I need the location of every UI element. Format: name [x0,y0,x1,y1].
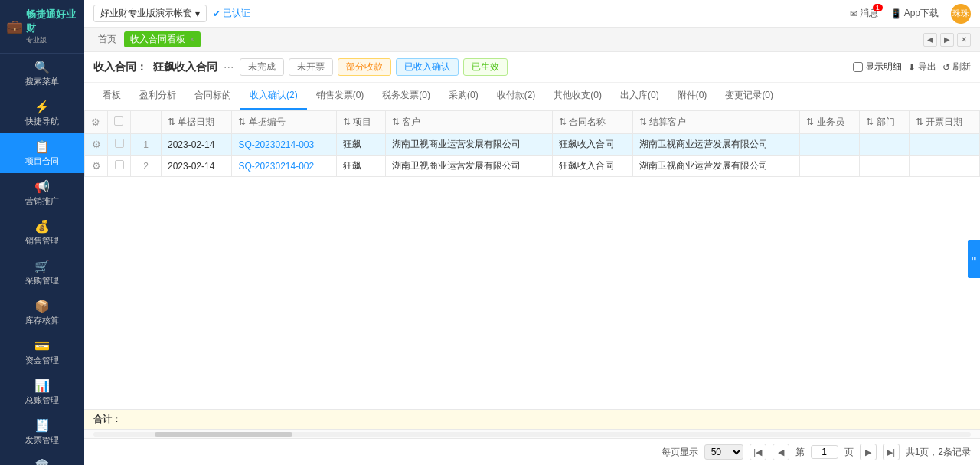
per-page-select[interactable]: 50 100 [704,444,743,460]
export-icon: ⬇ [908,62,916,73]
sidebar-item-8[interactable]: 📊 总账管理 [0,372,84,412]
sidebar-item-7[interactable]: 💳 资金管理 [0,332,84,372]
tab-label: 收入合同看板 [130,33,185,46]
check-icon: ✔ [213,8,220,19]
sub-tab-2[interactable]: 合同标的 [185,83,240,110]
sub-tab-8[interactable]: 其他收支(0) [544,83,611,110]
settings-icon[interactable]: ⚙ [91,116,100,128]
row-contract-1: 狂飙收入合同 [553,156,633,177]
next-page-button[interactable]: ▶ [860,444,877,460]
sub-tab-3[interactable]: 收入确认(2) [240,83,307,110]
th-dept[interactable]: ⇅ 部门 [860,111,909,134]
scrollbar-track [93,432,971,437]
sidebar-label-7: 资金管理 [25,355,59,366]
sub-tab-0[interactable]: 看板 [93,83,130,110]
sidebar-item-1[interactable]: ⚡ 快捷导航 [0,93,84,133]
next-window-button[interactable]: ▶ [940,33,954,47]
status-btn-4[interactable]: 已生效 [463,58,508,76]
data-table: ⚙ ⇅ 单据日期 ⇅ 单据编号 ⇅ 项目 ⇅ 客户 ⇅ 合同名称 ⇅ 结算客户 … [84,110,980,177]
status-btn-1[interactable]: 未开票 [289,58,333,76]
th-settings[interactable]: ⚙ [85,111,108,134]
export-button[interactable]: ⬇ 导出 [908,61,936,74]
more-button[interactable]: ··· [224,61,234,74]
row-docno-0[interactable]: SQ-20230214-003 [232,134,336,156]
message-button[interactable]: ✉ 1 消息 [850,7,878,20]
sub-tab-1[interactable]: 盈利分析 [130,83,185,110]
right-panel-icon[interactable]: ≡ [968,240,980,278]
scrollbar-area[interactable] [84,429,980,438]
row-settings-icon[interactable]: ⚙ [92,139,101,150]
table-footer: 合计： [84,409,980,429]
th-contract[interactable]: ⇅ 合同名称 [553,111,633,134]
table-wrapper[interactable]: ⚙ ⇅ 单据日期 ⇅ 单据编号 ⇅ 项目 ⇅ 客户 ⇅ 合同名称 ⇅ 结算客户 … [84,110,980,409]
row-checkbox[interactable] [115,160,124,169]
th-docno[interactable]: ⇅ 单据编号 [232,111,336,134]
company-selector[interactable]: 好业财专业版演示帐套 ▾ [93,5,207,22]
sidebar-icon-6: 📦 [34,299,50,313]
sidebar-icon-4: 💰 [34,219,50,234]
status-btn-2[interactable]: 部分收款 [338,58,391,76]
row-docno-1[interactable]: SQ-20230214-002 [232,156,336,177]
row-checkbox[interactable] [115,139,124,148]
company-name: 好业财专业版演示帐套 [100,7,192,20]
sidebar-item-10[interactable]: 🏛️ 税务管理 [0,452,84,465]
status-btn-0[interactable]: 未完成 [240,58,284,76]
header-checkbox[interactable] [114,116,123,126]
sidebar-item-5[interactable]: 🛒 采购管理 [0,253,84,293]
close-window-button[interactable]: ✕ [957,33,971,47]
scrollbar-thumb[interactable] [155,432,292,437]
sidebar-item-6[interactable]: 📦 库存核算 [0,293,84,332]
th-customer[interactable]: ⇅ 客户 [386,111,553,134]
th-project[interactable]: ⇅ 项目 [336,111,385,134]
contract-actions: 显示明细 ⬇ 导出 ↺ 刷新 [853,61,971,74]
refresh-button[interactable]: ↺ 刷新 [942,61,971,74]
prev-window-button[interactable]: ◀ [923,33,937,47]
row-check-1[interactable] [108,156,131,177]
detail-checkbox-input[interactable] [853,62,863,72]
sidebar-item-3[interactable]: 📢 营销推广 [0,173,84,213]
sidebar-item-9[interactable]: 🧾 发票管理 [0,412,84,452]
th-settle[interactable]: ⇅ 结算客户 [633,111,800,134]
tab-close-button[interactable]: × [190,35,194,44]
status-btn-3[interactable]: 已收入确认 [396,58,459,76]
sidebar-item-0[interactable]: 🔍 搜索菜单 [0,54,84,93]
tab-contract-board[interactable]: 收入合同看板 × [124,31,201,47]
sub-tab-9[interactable]: 出入库(0) [611,83,668,110]
sub-tab-10[interactable]: 附件(0) [668,83,717,110]
sub-tab-4[interactable]: 销售发票(0) [307,83,374,110]
row-docno-link-1[interactable]: SQ-20230214-002 [238,161,314,172]
row-settings-icon[interactable]: ⚙ [92,160,101,172]
page-unit: 页 [844,446,854,459]
show-detail-checkbox[interactable]: 显示明细 [853,61,902,74]
message-badge: 1 [873,4,883,11]
row-customer-0: 湖南卫视商业运营发展有限公司 [386,134,553,156]
sub-tab-11[interactable]: 变更记录(0) [716,83,782,110]
table-row[interactable]: ⚙ 1 2023-02-14 SQ-20230214-003 狂飙 湖南卫视商业… [85,134,980,156]
row-check-0[interactable] [108,134,131,156]
sub-tab-6[interactable]: 采购(0) [439,83,488,110]
user-avatar[interactable]: 珠珠 [951,4,971,24]
first-page-button[interactable]: |◀ [750,444,766,460]
window-controls: ◀ ▶ ✕ [923,33,971,47]
row-gear-0[interactable]: ⚙ [85,134,108,156]
sidebar-item-2[interactable]: 📋 项目合同 [0,133,84,173]
sidebar-icon-3: 📢 [34,179,50,194]
row-date-0: 2023-02-14 [162,134,232,156]
refresh-label: 刷新 [952,61,971,74]
th-date[interactable]: ⇅ 单据日期 [162,111,232,134]
sub-tab-7[interactable]: 收付款(2) [488,83,545,110]
last-page-button[interactable]: ▶| [883,444,900,460]
prev-page-button[interactable]: ◀ [773,444,789,460]
row-settle-0: 湖南卫视商业运营发展有限公司 [633,134,800,156]
row-gear-1[interactable]: ⚙ [85,156,108,177]
row-docno-link-0[interactable]: SQ-20230214-003 [238,139,314,150]
app-download-button[interactable]: 📱 App下载 [890,7,939,20]
tab-home[interactable]: 首页 [93,33,121,46]
th-salesman[interactable]: ⇅ 业务员 [800,111,860,134]
sub-tab-5[interactable]: 税务发票(0) [373,83,439,110]
page-input[interactable] [811,445,838,459]
row-billdate-0 [909,134,979,156]
th-billdate[interactable]: ⇅ 开票日期 [909,111,979,134]
sidebar-item-4[interactable]: 💰 销售管理 [0,213,84,253]
table-row[interactable]: ⚙ 2 2023-02-14 SQ-20230214-002 狂飙 湖南卫视商业… [85,156,980,177]
